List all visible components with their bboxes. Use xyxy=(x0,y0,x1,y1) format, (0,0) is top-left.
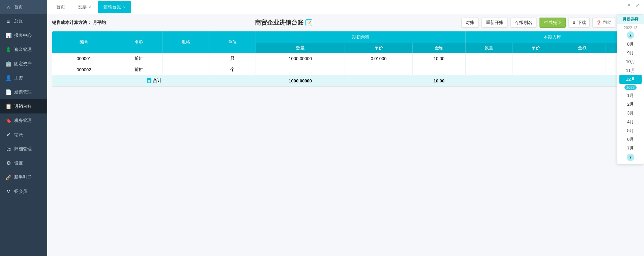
sidebar-item-label: 归档管理 xyxy=(14,146,32,152)
col-header-id: 编号 xyxy=(52,31,116,53)
month-7[interactable]: 7月 xyxy=(617,144,644,153)
month-4[interactable]: 4月 xyxy=(617,118,644,126)
subheader-inbound-price: 单价 xyxy=(512,43,559,53)
sidebar-item-reports[interactable]: 📊 报表中心 xyxy=(0,28,47,43)
sidebar-item-label: 资金管理 xyxy=(14,47,32,53)
total-opening-amount: 10.00 xyxy=(412,75,466,86)
sidebar-item-label: 畅会员 xyxy=(14,188,27,195)
purchase-sale-icon: 📋 xyxy=(5,103,11,109)
scroll-down-icon[interactable]: ▼ xyxy=(627,154,634,161)
sidebar-item-vip[interactable]: V 畅会员 xyxy=(0,184,47,199)
month-5[interactable]: 5月 xyxy=(617,126,644,135)
subheader-inbound-amount: 金额 xyxy=(559,43,606,53)
archive-icon: 🗂 xyxy=(5,146,11,152)
assets-icon: 🏢 xyxy=(5,61,11,67)
month-6[interactable]: 6月 xyxy=(617,135,644,144)
total-row: ▦ 合计 1000.00000 10.00 xyxy=(52,75,639,86)
title-edit-icon[interactable]: 📝 xyxy=(305,19,312,26)
year-2023-badge: 2023 xyxy=(624,85,637,90)
month-nav-down[interactable]: ▼ xyxy=(617,153,644,162)
total-icon: ▦ xyxy=(147,78,151,83)
subheader-opening-amount: 金额 xyxy=(412,43,466,53)
generate-voucher-button[interactable]: 生成凭证 xyxy=(539,18,566,28)
month-10[interactable]: 10月 xyxy=(617,57,644,66)
tab-purchase-sale[interactable]: 进销台账 × xyxy=(98,1,131,13)
sidebar-item-archive[interactable]: 🗂 归档管理 xyxy=(0,142,47,156)
scroll-up-icon[interactable]: ▲ xyxy=(627,31,634,39)
guide-icon: 🚀 xyxy=(5,174,11,180)
reconcile-button[interactable]: 对账 xyxy=(461,18,479,28)
month-9[interactable]: 9月 xyxy=(617,49,644,57)
close-account-icon: ✔ xyxy=(5,132,11,138)
month-12-active[interactable]: 12月 xyxy=(619,75,642,84)
maximize-button[interactable]: ⤢ xyxy=(635,2,641,8)
tab-purchase-sale-close[interactable]: × xyxy=(123,5,125,9)
month-1[interactable]: 1月 xyxy=(617,91,644,100)
cell-inbound-amount xyxy=(559,64,606,75)
home-icon: ⌂ xyxy=(5,4,11,10)
cost-method: 销售成本计算方法： 月平均 xyxy=(52,20,106,26)
save-as-button[interactable]: 存报别名 xyxy=(510,18,537,28)
table-row: 000001 前缸 只 1000.00000 0.01000 10.00 xyxy=(52,53,639,64)
total-inbound-qty xyxy=(466,75,512,86)
tab-invoice-close[interactable]: × xyxy=(89,5,91,9)
sidebar-item-guide[interactable]: 🚀 新手引导 xyxy=(0,170,47,184)
month-8[interactable]: 8月 xyxy=(617,40,644,49)
sidebar-item-wages[interactable]: 👤 工资 xyxy=(0,71,47,85)
sidebar-item-capital[interactable]: 💲 资金管理 xyxy=(0,43,47,57)
sidebar-item-label: 固定资产 xyxy=(14,61,32,67)
month-2[interactable]: 2月 xyxy=(617,100,644,109)
cell-inbound-qty xyxy=(466,53,512,64)
cell-unit: 个 xyxy=(209,64,256,75)
action-buttons: 对账 重新开账 存报别名 生成凭证 ⬇ 下载 ❓ 帮助 ↻ 刷新 xyxy=(461,18,639,28)
total-label-cell: ▦ 合计 xyxy=(52,75,256,86)
sidebar-item-assets[interactable]: 🏢 固定资产 xyxy=(0,57,47,71)
year-2022-label: 2022.12 xyxy=(617,24,644,30)
sidebar-item-home[interactable]: ⌂ 首页 xyxy=(0,0,47,14)
total-label-text: 合计 xyxy=(153,78,162,84)
download-button[interactable]: ⬇ 下载 xyxy=(568,18,590,28)
invoice-icon: 📄 xyxy=(5,89,11,95)
help-button[interactable]: ❓ 帮助 xyxy=(592,18,615,28)
total-opening-price xyxy=(345,75,412,86)
cell-opening-amount xyxy=(412,64,466,75)
sidebar-item-purchase-sale[interactable]: 📋 进销台账 xyxy=(0,99,47,113)
sidebar-item-tax-mgmt[interactable]: 🔖 税务管理 xyxy=(0,113,47,128)
cost-method-label: 销售成本计算方法： xyxy=(52,20,91,25)
col-header-inbound: 本期入库 xyxy=(466,31,639,43)
sidebar-item-label: 税务管理 xyxy=(14,118,32,124)
tax-icon: 🔖 xyxy=(5,118,11,124)
tab-invoice[interactable]: 发票 × xyxy=(72,1,96,13)
data-table: 编号 名称 规格 单位 期初余额 本期入库 数量 单价 金额 数量 单价 金额 xyxy=(52,31,639,87)
window-controls: ✕ ⤢ xyxy=(626,2,641,8)
total-inbound-amount xyxy=(559,75,606,86)
sidebar-item-label: 发票管理 xyxy=(14,89,32,95)
sidebar-item-label: 总账 xyxy=(14,18,23,24)
cell-opening-qty: 1000.00000 xyxy=(256,53,345,64)
vip-icon: V xyxy=(5,189,11,194)
cell-id: 000001 xyxy=(52,53,116,64)
cell-unit: 只 xyxy=(209,53,256,64)
close-button[interactable]: ✕ xyxy=(626,2,632,8)
cell-opening-price xyxy=(345,64,412,75)
month-11[interactable]: 11月 xyxy=(617,66,644,75)
sidebar-item-label: 设置 xyxy=(14,160,23,166)
reopen-button[interactable]: 重新开账 xyxy=(481,18,508,28)
settings-icon: ⚙ xyxy=(5,160,11,166)
ledger-icon: ≡ xyxy=(5,19,11,24)
cell-spec xyxy=(163,53,209,64)
main-area: ✕ ⤢ 首页 发票 × 进销台账 × 销售成本计算方法： 月平均 商贸企业进销台… xyxy=(47,0,644,256)
month-3[interactable]: 3月 xyxy=(617,109,644,118)
page-title-text: 商贸企业进销台账 xyxy=(255,19,303,27)
help-icon: ❓ xyxy=(596,20,602,25)
tab-home[interactable]: 首页 xyxy=(51,1,71,13)
sidebar-item-ledger[interactable]: ≡ 总账 xyxy=(0,14,47,28)
capital-icon: 💲 xyxy=(5,47,11,53)
tab-purchase-sale-label: 进销台账 xyxy=(104,4,121,10)
sidebar-item-settings[interactable]: ⚙ 设置 xyxy=(0,156,47,170)
cell-opening-amount: 10.00 xyxy=(412,53,466,64)
sidebar-item-close-account[interactable]: ✔ 结账 xyxy=(0,128,47,142)
sidebar-item-invoice-mgmt[interactable]: 📄 发票管理 xyxy=(0,85,47,99)
month-nav-up[interactable]: ▲ xyxy=(617,30,644,40)
cell-inbound-price xyxy=(512,53,559,64)
